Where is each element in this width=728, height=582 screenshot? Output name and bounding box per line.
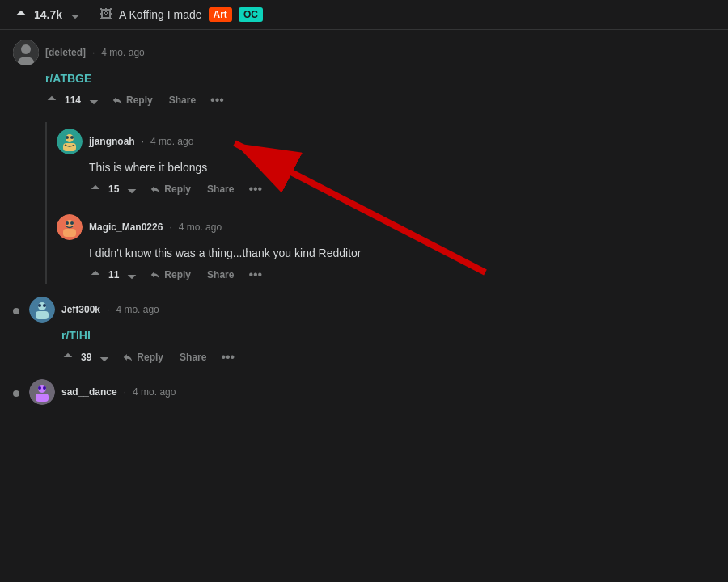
link-atbge[interactable]: r/ATBGE — [45, 72, 91, 85]
tag-art[interactable]: Art — [209, 7, 232, 22]
comment-deleted: [deleted] · 4 mo. ago r/ATBGE 114 Rep — [13, 40, 715, 109]
svg-point-16 — [70, 221, 74, 225]
svg-rect-14 — [63, 229, 76, 237]
svg-point-8 — [66, 136, 69, 139]
share-button-c3[interactable]: Share — [202, 266, 239, 284]
share-button-c4[interactable]: Share — [175, 348, 211, 366]
svg-rect-21 — [36, 311, 49, 319]
svg-point-15 — [66, 221, 69, 225]
vote-count-c1: 114 — [65, 95, 81, 106]
bullet-sad — [13, 390, 19, 397]
username-magic: Magic_Man0226 — [89, 221, 163, 233]
comment-actions-jjangnoah: 15 Reply Share ••• — [89, 180, 715, 198]
reply-button-c1[interactable]: Reply — [107, 91, 158, 109]
comment-actions-magic: 11 Reply Share ••• — [89, 266, 715, 284]
comment-body-jjangnoah: This is where it belongs 15 Reply — [89, 161, 715, 198]
comment-body-jeff: r/TIHI 39 Reply — [61, 329, 715, 366]
svg-point-9 — [70, 136, 74, 139]
svg-point-3 — [21, 44, 31, 54]
link-tihi[interactable]: r/TIHI — [61, 329, 91, 342]
reply-button-c3[interactable]: Reply — [145, 266, 196, 284]
upvote-c3[interactable] — [89, 268, 102, 281]
svg-point-23 — [43, 304, 46, 307]
comment-jeff: Jeff300k · 4 mo. ago r/TIHI 39 — [13, 297, 715, 366]
time-deleted: 4 mo. ago — [101, 47, 144, 58]
vote-count-c3: 11 — [108, 269, 119, 280]
vote-count-c2: 15 — [108, 183, 119, 195]
svg-point-22 — [38, 304, 41, 307]
more-button-c1[interactable]: ••• — [207, 93, 227, 108]
share-button-c2[interactable]: Share — [202, 180, 239, 198]
username-deleted: [deleted] — [45, 47, 86, 58]
comments-area: [deleted] · 4 mo. ago r/ATBGE 114 Rep — [0, 30, 728, 434]
comment-jjangnoah: jjangnoah · 4 mo. ago This is where it b… — [57, 122, 715, 198]
vote-count-c4: 39 — [81, 352, 91, 363]
comment-header-sad: sad__dance · 4 mo. ago — [29, 379, 715, 405]
downvote-icon[interactable] — [67, 6, 83, 23]
comment-magic-man: Magic_Man0226 · 4 mo. ago I didn't know … — [57, 208, 715, 284]
upvote-c4[interactable] — [61, 351, 74, 364]
reply-button-c2[interactable]: Reply — [145, 180, 196, 198]
avatar-jeff — [29, 297, 55, 323]
reply-button-c4[interactable]: Reply — [117, 348, 168, 366]
time-jeff: 4 mo. ago — [116, 304, 159, 315]
more-button-c2[interactable]: ••• — [245, 182, 265, 196]
comment-body-deleted: r/ATBGE 114 Reply Share — [45, 72, 715, 109]
time-jjangnoah: 4 mo. ago — [150, 136, 193, 147]
time-sad: 4 mo. ago — [133, 386, 176, 398]
post-vote-count: 14.7k — [34, 8, 62, 21]
svg-point-28 — [43, 386, 46, 390]
comment-header-magic: Magic_Man0226 · 4 mo. ago — [57, 214, 715, 240]
tag-oc[interactable]: OC — [239, 7, 263, 22]
more-button-c3[interactable]: ••• — [245, 268, 265, 282]
comment-body-magic: I didn't know this was a thing...thank y… — [89, 247, 715, 284]
comments-wrapper: [deleted] · 4 mo. ago r/ATBGE 114 Rep — [0, 30, 728, 434]
username-jjangnoah: jjangnoah — [89, 136, 135, 147]
avatar-deleted — [13, 40, 39, 65]
svg-point-27 — [38, 386, 41, 390]
avatar-sad — [29, 379, 55, 405]
comment-text-jjangnoah: This is where it belongs — [89, 161, 715, 174]
image-icon: 🖼 — [99, 7, 112, 22]
nested-thread: jjangnoah · 4 mo. ago This is where it b… — [45, 122, 715, 284]
comment-header-jjangnoah: jjangnoah · 4 mo. ago — [57, 129, 715, 154]
top-bar: 14.7k 🖼 A Koffing I made Art OC — [0, 0, 728, 30]
svg-rect-26 — [36, 394, 49, 402]
comment-sad-dance: sad__dance · 4 mo. ago — [13, 379, 715, 411]
comment-header-deleted: [deleted] · 4 mo. ago — [13, 40, 715, 65]
avatar-magic — [57, 214, 83, 240]
upvote-icon[interactable] — [13, 6, 29, 23]
username-jeff: Jeff300k — [61, 304, 100, 315]
downvote-c1[interactable] — [87, 94, 100, 107]
bullet-jeff — [13, 308, 19, 314]
time-magic: 4 mo. ago — [179, 221, 222, 233]
post-title: A Koffing I made — [119, 8, 201, 21]
upvote-c2[interactable] — [89, 183, 102, 196]
username-sad: sad__dance — [61, 386, 117, 398]
downvote-c4[interactable] — [98, 351, 111, 364]
share-button-c1[interactable]: Share — [164, 91, 201, 109]
downvote-c3[interactable] — [125, 268, 138, 281]
post-title-section: 🖼 A Koffing I made Art OC — [99, 7, 263, 22]
post-vote-section: 14.7k — [13, 6, 83, 23]
avatar-jjangnoah — [57, 129, 83, 154]
upvote-c1[interactable] — [45, 94, 58, 107]
more-button-c4[interactable]: ••• — [218, 350, 238, 365]
timestamp-deleted: · — [92, 47, 95, 58]
downvote-c2[interactable] — [125, 183, 138, 196]
comment-text-magic: I didn't know this was a thing...thank y… — [89, 247, 715, 259]
comment-header-jeff: Jeff300k · 4 mo. ago — [29, 297, 715, 323]
comment-actions-deleted: 114 Reply Share ••• — [45, 91, 715, 109]
comment-actions-jeff: 39 Reply Share ••• — [61, 348, 715, 366]
